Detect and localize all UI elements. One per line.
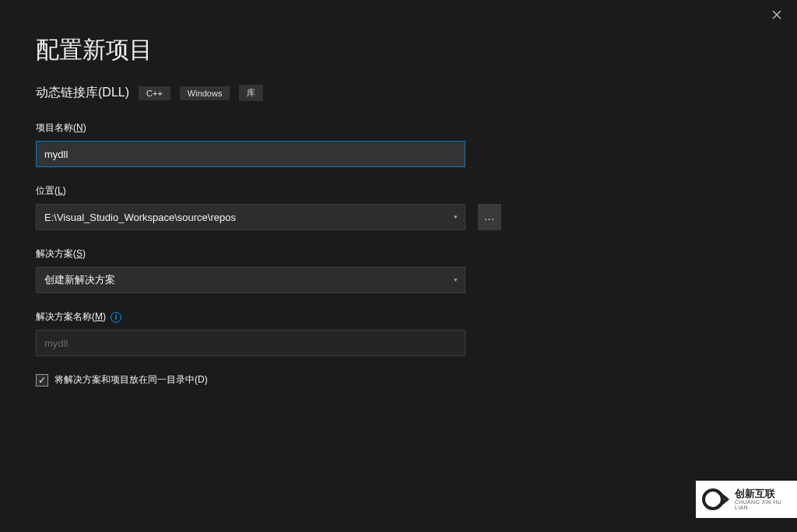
project-name-label: 项目名称(N)	[36, 121, 761, 135]
solution-group: 解决方案(S)	[36, 247, 761, 293]
solution-name-group: 解决方案名称(M) i	[36, 310, 761, 356]
ellipsis-icon: ...	[484, 212, 494, 222]
solution-name-label: 解决方案名称(M) i	[36, 310, 761, 324]
location-label: 位置(L)	[36, 184, 761, 198]
page-title: 配置新项目	[36, 34, 761, 66]
browse-button[interactable]: ...	[478, 204, 501, 230]
location-row: ...	[36, 204, 761, 230]
watermark-icon	[702, 485, 730, 513]
tag-windows: Windows	[180, 86, 230, 100]
same-directory-label: 将解决方案和项目放在同一目录中(D)	[54, 373, 208, 387]
project-name-input[interactable]	[36, 141, 465, 167]
location-select[interactable]	[36, 204, 465, 230]
watermark-text: 创新互联 CHUANG XIN HU LIAN	[735, 488, 791, 510]
dialog-content: 配置新项目 动态链接库(DLL) C++ Windows 库 项目名称(N) 位…	[0, 0, 797, 387]
info-icon[interactable]: i	[111, 312, 121, 323]
same-directory-checkbox[interactable]: ✓	[36, 374, 48, 387]
location-group: 位置(L) ...	[36, 184, 761, 230]
solution-input[interactable]	[36, 267, 465, 293]
tag-cpp: C++	[139, 86, 170, 100]
solution-label: 解决方案(S)	[36, 247, 761, 261]
solution-select[interactable]	[36, 267, 465, 293]
subtitle-row: 动态链接库(DLL) C++ Windows 库	[36, 85, 761, 101]
same-directory-row[interactable]: ✓ 将解决方案和项目放在同一目录中(D)	[36, 373, 761, 387]
project-name-group: 项目名称(N)	[36, 121, 761, 167]
solution-name-input	[36, 330, 465, 356]
project-type-label: 动态链接库(DLL)	[36, 85, 129, 101]
close-icon	[772, 9, 781, 22]
location-input[interactable]	[36, 204, 465, 230]
close-button[interactable]	[764, 6, 789, 25]
watermark-logo: 创新互联 CHUANG XIN HU LIAN	[696, 481, 797, 518]
tag-library: 库	[239, 85, 263, 101]
checkmark-icon: ✓	[38, 376, 46, 385]
